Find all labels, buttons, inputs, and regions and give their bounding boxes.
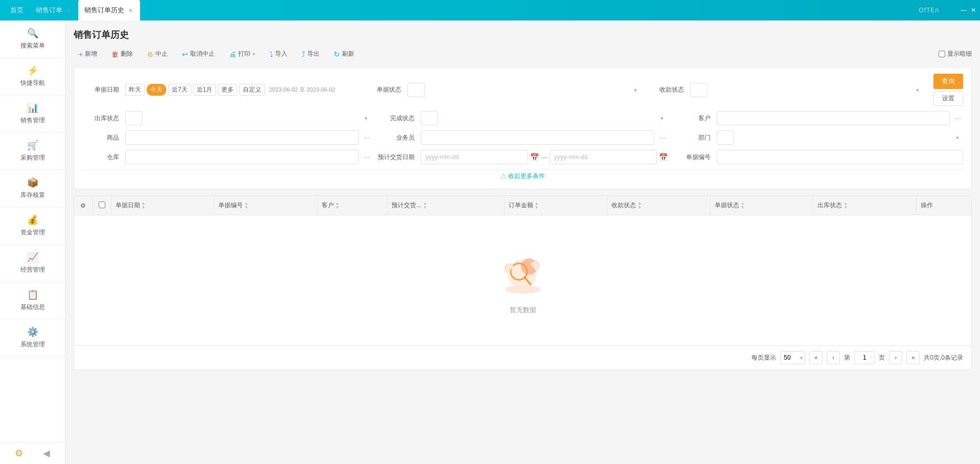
warehouse-input[interactable]: [125, 150, 359, 164]
th-settings[interactable]: ⚙: [74, 196, 93, 215]
warehouse-ellipsis[interactable]: ···: [362, 153, 372, 161]
new-button[interactable]: + 新增: [74, 47, 102, 61]
display-columns-checkbox[interactable]: [939, 51, 945, 57]
date-btn-today[interactable]: 今天: [147, 84, 166, 96]
sidebar-item-sales-mgmt[interactable]: 📊 销售管理: [0, 95, 65, 132]
sidebar-item-quick-nav[interactable]: ⚡ 快捷导航: [0, 58, 65, 95]
stop-button[interactable]: ⊘ 中止: [142, 47, 173, 61]
first-page-button[interactable]: «: [809, 351, 823, 364]
tab-sales-order-history[interactable]: 销售订单历史 ✕: [78, 0, 140, 20]
bill-number-input[interactable]: [717, 150, 963, 164]
expected-delivery-start[interactable]: [421, 150, 528, 164]
date-btn-7days[interactable]: 近7天: [168, 84, 191, 96]
sort-icons-bill-status: ▲▼: [741, 202, 745, 210]
import-button[interactable]: ⤵ 导入: [264, 47, 292, 61]
search-menu-icon: 🔍: [27, 28, 38, 39]
sidebar-item-search-menu[interactable]: 🔍 搜索菜单: [0, 20, 65, 58]
new-label: 新增: [85, 50, 97, 58]
sales-mgmt-icon: 📊: [27, 102, 38, 114]
bill-number-label: 单据编号: [674, 153, 711, 162]
sidebar-collapse-icon[interactable]: ◀: [43, 448, 50, 459]
sidebar-item-purchase-mgmt[interactable]: 🛒 采购管理: [0, 132, 65, 170]
next-page-button[interactable]: ›: [889, 351, 902, 364]
delete-label: 删除: [121, 50, 133, 58]
customer-ellipsis[interactable]: ···: [953, 114, 963, 122]
sidebar-item-finance[interactable]: 💰 资金管理: [0, 207, 65, 245]
last-page-button[interactable]: »: [906, 351, 920, 364]
empty-illustration: [497, 246, 549, 297]
sidebar-item-system[interactable]: ⚙️ 系统管理: [0, 319, 65, 357]
empty-cell: 暂无数据: [74, 215, 971, 346]
sidebar-item-operations[interactable]: 📈 经营管理: [0, 245, 65, 282]
sort-icons-outbound-status: ▲▼: [844, 202, 848, 210]
th-bill-date[interactable]: 单据日期 ▲▼: [111, 196, 214, 215]
th-checkbox[interactable]: [93, 196, 111, 215]
th-receipt-status[interactable]: 收款状态 ▲▼: [607, 196, 711, 215]
date-btn-1month[interactable]: 近1月: [193, 84, 216, 96]
department-select[interactable]: [717, 130, 734, 145]
tab-sales-order-history-close[interactable]: ✕: [127, 6, 134, 15]
tab-home[interactable]: 首页: [4, 0, 30, 20]
query-button[interactable]: 查询: [933, 74, 963, 89]
sidebar-settings-icon[interactable]: ⚙: [15, 448, 23, 459]
page-title: 销售订单历史: [74, 29, 972, 41]
refresh-icon: ↻: [334, 50, 340, 58]
select-all-checkbox[interactable]: [99, 202, 105, 208]
warehouse-field: ···: [125, 150, 372, 164]
expected-delivery-label: 预计交货日期: [378, 153, 415, 162]
cancel-stop-label: 取消中止: [190, 50, 215, 58]
th-customer[interactable]: 客户 ▲▼: [317, 196, 388, 215]
date-btn-more[interactable]: 更多: [218, 84, 237, 96]
prev-page-button[interactable]: ‹: [827, 351, 840, 364]
customer-input[interactable]: [717, 111, 950, 125]
tab-sales-order[interactable]: 销售订单 ✕: [30, 0, 78, 20]
page-size-label: 每页显示: [751, 353, 776, 362]
stop-icon: ⊘: [147, 50, 153, 58]
goods-ellipsis[interactable]: ···: [362, 134, 372, 142]
complete-status-select[interactable]: [421, 111, 438, 125]
cancel-stop-button[interactable]: ↩ 取消中止: [177, 47, 220, 61]
tab-sales-order-close[interactable]: ✕: [65, 6, 72, 15]
page-input[interactable]: [854, 351, 875, 364]
goods-input[interactable]: [125, 130, 359, 145]
receipt-status-select[interactable]: [690, 83, 708, 97]
system-icon: ⚙️: [27, 326, 38, 338]
print-button[interactable]: 🖨 打印 ▾: [224, 47, 260, 61]
refresh-button[interactable]: ↻ 刷新: [329, 47, 359, 61]
close-btn[interactable]: ✕: [971, 7, 976, 14]
salesperson-ellipsis[interactable]: ···: [657, 134, 668, 142]
th-operation: 操作: [916, 196, 971, 215]
data-table: ⚙ 单据日期 ▲▼ 单据编号: [74, 196, 971, 345]
th-expected-delivery[interactable]: 预计交货... ▲▼: [388, 196, 504, 215]
outbound-status-select[interactable]: [125, 111, 143, 125]
complete-status-label: 完成状态: [378, 114, 415, 123]
expected-delivery-end[interactable]: [550, 150, 657, 164]
calendar-start-icon[interactable]: 📅: [530, 153, 539, 161]
salesperson-input[interactable]: [421, 130, 654, 145]
inventory-icon: 📦: [27, 177, 38, 188]
date-btn-custom[interactable]: 自定义: [239, 84, 265, 96]
th-bill-status[interactable]: 单据状态 ▲▼: [710, 196, 813, 215]
page-size-select[interactable]: 20 50 100 200: [780, 351, 805, 364]
page-label: 第: [844, 353, 850, 362]
display-columns-toggle[interactable]: 显示暗细: [939, 50, 972, 58]
tab-home-label: 首页: [10, 6, 24, 15]
date-field: 昨天 今天 近7天 近1月 更多 自定义 2023-06-02 至 2023-0…: [125, 84, 358, 96]
bill-status-select[interactable]: [407, 83, 425, 97]
filter-row-4: 仓库 ··· 预计交货日期 📅 — 📅 单据编号: [82, 150, 963, 164]
settings-gear-icon[interactable]: ⚙: [80, 202, 86, 209]
warehouse-label: 仓库: [82, 153, 119, 162]
settings-button[interactable]: 设置: [933, 91, 963, 106]
minimize-btn[interactable]: —: [961, 7, 967, 14]
sidebar-item-inventory[interactable]: 📦 库存核算: [0, 170, 65, 207]
sidebar-item-basic-info[interactable]: 📋 基础信息: [0, 282, 65, 319]
export-button[interactable]: ⤴ 导出: [297, 47, 325, 61]
th-order-amount[interactable]: 订单金额 ▲▼: [504, 196, 607, 215]
calendar-end-icon[interactable]: 📅: [659, 153, 668, 161]
delete-button[interactable]: 🗑 删除: [106, 47, 138, 61]
collapse-toggle[interactable]: △ 收起更多条件: [82, 169, 963, 183]
date-btn-yesterday[interactable]: 昨天: [125, 84, 145, 96]
th-outbound-status[interactable]: 出库状态 ▲▼: [813, 196, 917, 215]
sort-icons-receipt-status: ▲▼: [637, 202, 642, 210]
th-bill-number[interactable]: 单据编号 ▲▼: [214, 196, 317, 215]
